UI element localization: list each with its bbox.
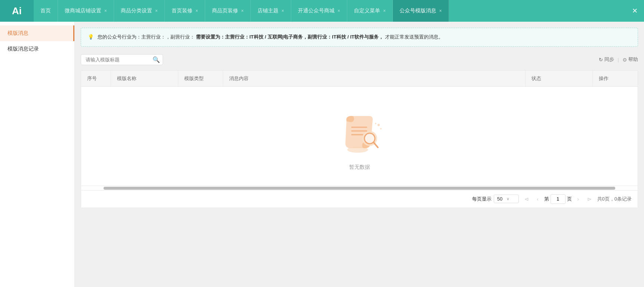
nav-tab-1[interactable]: 微商城店铺设置×: [58, 0, 114, 22]
nav-tab-8[interactable]: 公众号模版消息×: [393, 0, 449, 22]
nav-tab-close-7[interactable]: ×: [383, 8, 386, 13]
first-page-button[interactable]: ⊲: [522, 194, 531, 204]
table-header: 序号模版名称模版类型消息内容状态操作: [81, 71, 638, 87]
dropdown-arrow-icon: ∨: [506, 196, 509, 201]
table-header-cell-1: 模版名称: [111, 71, 178, 86]
nav-tab-close-8[interactable]: ×: [439, 8, 442, 13]
pagination: 每页显示 50 ∨ ⊲ ‹ 第 页 › ⊳ 共0页，0条记录: [81, 190, 638, 208]
empty-illustration: [335, 109, 384, 158]
table-header-cell-0: 序号: [81, 71, 111, 86]
sync-button[interactable]: ↻ 同步: [599, 56, 614, 63]
nav-tab-6[interactable]: 开通公众号商城×: [291, 0, 347, 22]
search-right: ↻ 同步 | ⊙ 帮助: [599, 56, 638, 63]
table-header-cell-5: 操作: [593, 71, 638, 86]
page-size-dropdown[interactable]: 50 ∨: [494, 195, 518, 203]
nav-tab-5[interactable]: 店铺主题×: [251, 0, 291, 22]
sidebar-item-0[interactable]: 模版消息: [0, 25, 74, 41]
horizontal-scrollbar[interactable]: [81, 186, 638, 190]
help-button[interactable]: ⊙ 帮助: [623, 56, 638, 63]
nav-tab-close-3[interactable]: ×: [195, 8, 198, 13]
pagination-nav: ⊲ ‹ 第 页 › ⊳: [522, 194, 594, 204]
notice-icon: 💡: [88, 34, 94, 40]
sidebar: 模版消息模版消息记录: [0, 22, 75, 287]
content-area: 💡 您的公众号行业为：主营行业：，副营行业： 需要设置为：主营行业：IT科技 /…: [75, 22, 644, 287]
page-label: 第: [544, 196, 549, 202]
nav-tab-close-6[interactable]: ×: [338, 8, 340, 13]
svg-line-7: [374, 143, 378, 147]
svg-point-9: [380, 128, 382, 129]
page-size-select: 每页显示 50 ∨: [472, 195, 518, 203]
notice-prefix: 您的公众号行业为：主营行业：，副营行业：: [98, 34, 195, 40]
svg-point-10: [375, 123, 376, 124]
top-nav: Ai 首页微商城店铺设置×商品分类设置×首页装修×商品页装修×店铺主题×开通公众…: [0, 0, 644, 22]
divider: |: [618, 57, 619, 62]
svg-point-8: [378, 124, 380, 126]
refresh-icon: ↻: [599, 57, 603, 62]
close-all-button[interactable]: ✕: [625, 0, 644, 22]
nav-tab-0[interactable]: 首页: [34, 0, 58, 22]
sidebar-item-1[interactable]: 模版消息记录: [0, 41, 74, 57]
scrollbar-thumb[interactable]: [104, 187, 615, 190]
next-page-button[interactable]: ›: [573, 194, 583, 204]
prev-page-button[interactable]: ‹: [533, 194, 543, 204]
notice-box: 💡 您的公众号行业为：主营行业：，副营行业： 需要设置为：主营行业：IT科技 /…: [81, 28, 638, 47]
table-header-cell-4: 状态: [526, 71, 593, 86]
notice-highlight: 需要设置为：主营行业：IT科技 / 互联网|电子商务，副营行业：IT科技 / I…: [196, 34, 383, 40]
nav-tab-close-2[interactable]: ×: [155, 8, 158, 13]
nav-tab-close-5[interactable]: ×: [281, 8, 284, 13]
per-page-label: 每页显示: [472, 196, 492, 202]
search-button[interactable]: 🔍: [152, 56, 160, 63]
nav-tab-close-1[interactable]: ×: [104, 8, 107, 13]
last-page-button[interactable]: ⊳: [585, 194, 594, 204]
nav-tabs: 首页微商城店铺设置×商品分类设置×首页装修×商品页装修×店铺主题×开通公众号商城…: [34, 0, 625, 22]
help-icon: ⊙: [623, 57, 627, 62]
search-left: 🔍: [81, 54, 163, 65]
nav-tab-close-4[interactable]: ×: [241, 8, 244, 13]
table-header-cell-3: 消息内容: [223, 71, 526, 86]
main-layout: 模版消息模版消息记录 💡 您的公众号行业为：主营行业：，副营行业： 需要设置为：…: [0, 22, 644, 287]
nav-tab-3[interactable]: 首页装修×: [165, 0, 205, 22]
nav-tab-7[interactable]: 自定义菜单×: [347, 0, 393, 22]
page-unit: 页: [567, 196, 572, 202]
page-total: 共0页，0条记录: [597, 196, 632, 202]
table-header-cell-2: 模版类型: [178, 71, 223, 86]
nav-tab-4[interactable]: 商品页装修×: [205, 0, 251, 22]
page-number-input[interactable]: [551, 194, 566, 204]
search-bar: 🔍 ↻ 同步 | ⊙ 帮助: [81, 54, 638, 65]
search-input-wrap: 🔍: [81, 54, 163, 65]
logo: Ai: [0, 0, 34, 22]
empty-text: 暂无数据: [349, 164, 370, 171]
nav-tab-2[interactable]: 商品分类设置×: [114, 0, 165, 22]
table-container: 序号模版名称模版类型消息内容状态操作: [81, 70, 638, 208]
empty-state: 暂无数据: [81, 87, 638, 186]
search-input[interactable]: [81, 54, 163, 65]
notice-suffix: 才能正常发送预置的消息。: [385, 34, 443, 40]
